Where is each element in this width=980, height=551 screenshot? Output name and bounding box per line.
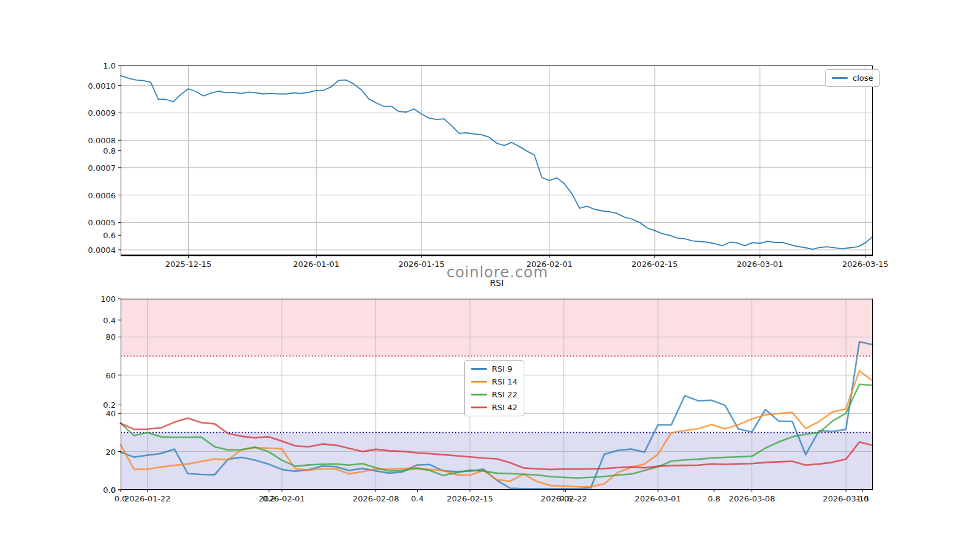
x-tick-label: 2026-02-08 <box>353 495 399 503</box>
overlay-y-tick-label: 1.0 <box>103 62 116 70</box>
rsi9-line-swatch <box>471 368 487 370</box>
rsi22-line-swatch <box>471 394 487 395</box>
legend-item-rsi14: RSI 14 <box>471 377 518 386</box>
price-legend: close <box>825 69 880 87</box>
legend-item-close: close <box>832 73 873 83</box>
y-tick-label: 0.0006 <box>88 191 116 199</box>
legend-item-rsi22: RSI 22 <box>471 390 518 399</box>
legend-label-rsi14: RSI 14 <box>492 377 518 386</box>
overlay-x-tick-label: 0.0 <box>115 495 127 503</box>
x-tick-label: 2026-02-15 <box>631 260 678 268</box>
y-tick-label: 0.0010 <box>88 81 116 89</box>
overlay-y-tick-label: 0.4 <box>103 316 116 324</box>
overlay-x-tick-label: 0.4 <box>411 495 424 503</box>
overlay-y-tick-label: 0.0 <box>103 486 116 494</box>
x-tick-label: 2025-12-15 <box>165 260 212 268</box>
y-tick-label: 20 <box>105 448 116 455</box>
y-tick-label: 100 <box>100 295 116 303</box>
overlay-x-tick-label: 1.0 <box>856 495 869 503</box>
legend-item-rsi9: RSI 9 <box>471 364 518 373</box>
rsi42-line-swatch <box>471 407 487 408</box>
figure-canvas: { "watermark": "coinlore.com", "colors":… <box>0 0 980 551</box>
legend-label-rsi42: RSI 42 <box>492 403 518 412</box>
rsi-legend: RSI 9 RSI 14 RSI 22 RSI 42 <box>464 360 524 416</box>
close-line-swatch <box>832 77 848 79</box>
y-tick-label: 0.0008 <box>88 137 116 144</box>
legend-item-rsi42: RSI 42 <box>471 403 518 412</box>
overlay-y-tick-label: 0.8 <box>103 146 116 154</box>
x-tick-label: 2026-03-01 <box>635 495 681 503</box>
legend-label-rsi22: RSI 22 <box>492 390 518 399</box>
overlay-y-tick-label: 0.2 <box>103 401 116 409</box>
overlay-y-tick-label: 0.6 <box>103 231 116 239</box>
x-tick-label: 2026-03-01 <box>737 260 783 268</box>
x-tick-label: 2026-01-01 <box>293 260 339 268</box>
y-tick-label: 40 <box>105 410 116 418</box>
x-tick-label: 2026-01-15 <box>398 260 445 268</box>
x-tick-label: 2026-01-22 <box>124 495 171 503</box>
y-tick-label: 0.0004 <box>88 246 116 254</box>
legend-label-close: close <box>853 73 873 83</box>
y-tick-label: 0.0007 <box>88 163 116 171</box>
x-tick-label: 2026-03-15 <box>842 260 889 268</box>
y-tick-label: 0.0009 <box>88 109 116 117</box>
y-tick-label: 60 <box>105 371 116 379</box>
y-tick-label: 80 <box>105 333 116 341</box>
legend-label-rsi9: RSI 9 <box>492 364 513 373</box>
overlay-x-tick-label: 0.2 <box>263 495 276 503</box>
rsi14-line-swatch <box>471 381 487 383</box>
overlay-x-tick-label: 0.6 <box>559 495 572 503</box>
y-tick-label: 0.0005 <box>88 219 116 227</box>
rsi-chart-title: RSI <box>490 278 504 288</box>
x-tick-label: 2026-02-15 <box>447 495 493 503</box>
x-tick-label: 2026-03-08 <box>729 495 775 503</box>
overlay-x-tick-label: 0.8 <box>707 495 720 503</box>
